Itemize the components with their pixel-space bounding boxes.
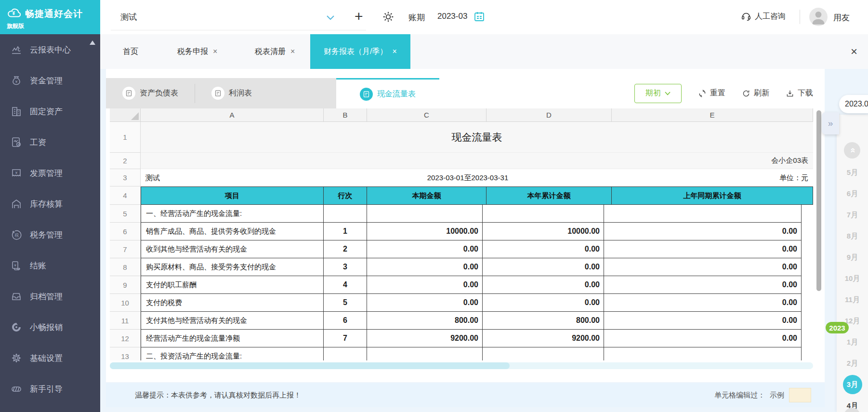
vertical-scrollbar-thumb[interactable] [816, 110, 821, 291]
month-item[interactable]: 2月 [837, 353, 868, 374]
ytd-amount-cell[interactable]: 0.00 [483, 294, 604, 312]
column-header[interactable]: B [324, 108, 367, 122]
month-item[interactable]: 11月 [837, 289, 868, 310]
sidebar-item[interactable]: 小畅报销 [0, 312, 100, 343]
header-current-amount[interactable]: 本期金额 [367, 187, 487, 205]
avatar[interactable] [809, 8, 828, 26]
current-amount-cell[interactable]: 800.00 [367, 312, 483, 330]
sidebar-item[interactable]: 库存核算 [0, 188, 100, 219]
row-number[interactable]: 5 [110, 205, 141, 223]
select-all-corner[interactable] [110, 108, 141, 122]
ytd-amount-cell[interactable] [483, 347, 604, 360]
sheet-horizontal-scrollbar[interactable] [110, 362, 813, 369]
sidebar-item[interactable]: 基础设置 [0, 343, 100, 373]
row-number[interactable]: 11 [110, 312, 141, 330]
item-cell[interactable]: 支付的职工薪酬 [141, 276, 324, 294]
opening-balance-button[interactable]: 期初 [634, 84, 682, 103]
live-support-button[interactable]: 人工咨询 [741, 11, 786, 22]
column-header[interactable]: C [367, 108, 487, 122]
current-amount-cell[interactable]: 0.00 [367, 276, 483, 294]
row-number[interactable]: 12 [110, 330, 141, 347]
line-cell[interactable]: 7 [324, 330, 367, 347]
item-cell[interactable]: 二、投资活动产生的现金流量: [141, 347, 324, 360]
line-cell[interactable]: 3 [324, 258, 367, 276]
line-cell[interactable]: 5 [324, 294, 367, 312]
sidebar-item[interactable]: 归档管理 [0, 281, 100, 312]
line-cell[interactable]: 4 [324, 276, 367, 294]
company-cell[interactable]: 测试 [141, 173, 324, 183]
month-scroll-up-button[interactable]: » [844, 142, 860, 159]
month-item[interactable]: 3月 [837, 374, 868, 395]
item-cell[interactable]: 经营活动产生的现金流量净额 [141, 330, 324, 347]
refresh-button[interactable]: 刷新 [742, 88, 769, 98]
header-ytd-amount[interactable]: 本年累计金额 [487, 187, 612, 205]
sheet-vertical-scrollbar[interactable] [816, 108, 822, 359]
prior-amount-cell[interactable] [604, 205, 802, 223]
row-number[interactable]: 13 [110, 347, 141, 360]
gear-icon[interactable] [382, 11, 395, 23]
reset-button[interactable]: 重置 [698, 88, 725, 98]
sidebar-item[interactable]: ¥ 结账 [0, 250, 100, 281]
download-button[interactable]: 下载 [786, 88, 813, 98]
header-line[interactable]: 行次 [324, 187, 367, 205]
header-item[interactable]: 项目 [141, 187, 324, 205]
month-item[interactable]: 7月 [837, 204, 868, 226]
prior-amount-cell[interactable] [604, 347, 802, 360]
username[interactable]: 用友 [833, 12, 850, 23]
item-cell[interactable]: 收到其他与经营活动有关的现金 [141, 240, 324, 258]
month-item[interactable]: 5月 [837, 162, 868, 183]
month-item[interactable]: 10月 [837, 268, 868, 289]
column-header[interactable]: D [487, 108, 612, 122]
ytd-amount-cell[interactable]: 800.00 [483, 312, 604, 330]
current-amount-cell[interactable]: 0.00 [367, 240, 483, 258]
tab-tax-filing[interactable]: 税务申报 × [177, 34, 217, 69]
row-number[interactable]: 6 [110, 223, 141, 240]
column-header[interactable]: A [141, 108, 324, 122]
item-cell[interactable]: 支付其他与经营活动有关的现金 [141, 312, 324, 330]
close-tab-icon[interactable]: × [213, 47, 217, 56]
current-amount-cell[interactable] [367, 205, 483, 223]
chevron-down-icon[interactable] [327, 13, 334, 22]
current-amount-cell[interactable]: 9200.00 [367, 330, 483, 347]
ytd-amount-cell[interactable] [483, 205, 604, 223]
month-item[interactable]: 1月 [837, 332, 868, 353]
calendar-icon[interactable] [473, 11, 485, 22]
prior-amount-cell[interactable]: 0.00 [604, 330, 802, 347]
line-cell[interactable]: 2 [324, 240, 367, 258]
month-item[interactable]: 9月 [837, 247, 868, 268]
tab-financial-reports[interactable]: 财务报表（月/季） × [310, 34, 410, 69]
ytd-amount-cell[interactable]: 0.00 [483, 240, 604, 258]
sheet-title-cell[interactable]: 现金流量表 [141, 122, 813, 153]
close-icon[interactable]: × [851, 45, 857, 58]
horizontal-scrollbar-thumb[interactable] [110, 362, 510, 369]
month-item[interactable]: 8月 [837, 226, 868, 247]
prior-amount-cell[interactable]: 0.00 [604, 240, 802, 258]
column-header[interactable]: E [612, 108, 813, 122]
row-number[interactable]: 2 [110, 153, 141, 169]
current-amount-cell[interactable]: 10000.00 [367, 223, 483, 240]
prior-amount-cell[interactable]: 0.00 [604, 312, 802, 330]
unit-cell[interactable]: 单位：元 [612, 173, 813, 183]
row-number[interactable]: 9 [110, 276, 141, 294]
line-cell[interactable] [324, 205, 367, 223]
item-cell[interactable]: 支付的税费 [141, 294, 324, 312]
item-cell[interactable]: 销售产成品、商品、提供劳务收到的现金 [141, 223, 324, 240]
company-selector[interactable]: 测试 [120, 12, 137, 23]
subtab-income-statement[interactable]: 利润表 [195, 84, 268, 103]
sidebar-item[interactable]: 固定资产 [0, 96, 100, 127]
prior-amount-cell[interactable]: 0.00 [604, 258, 802, 276]
ytd-amount-cell[interactable]: 0.00 [483, 258, 604, 276]
close-tab-icon[interactable]: × [392, 47, 396, 56]
row-number[interactable]: 7 [110, 240, 141, 258]
ytd-amount-cell[interactable]: 10000.00 [483, 223, 604, 240]
sidebar-item[interactable]: ¥ 发票管理 [0, 158, 100, 188]
prior-amount-cell[interactable]: 0.00 [604, 294, 802, 312]
line-cell[interactable] [324, 347, 367, 360]
period-cell[interactable]: 2023-03-01至2023-03-31 [324, 173, 612, 183]
sidebar-item[interactable]: 税 税务管理 [0, 219, 100, 250]
subtab-cash-flow-statement[interactable]: 现金流量表 [336, 78, 439, 108]
row-number[interactable]: 1 [110, 122, 141, 153]
line-cell[interactable]: 1 [324, 223, 367, 240]
sidebar-item[interactable]: ¥ 资金管理 [0, 65, 100, 96]
row-number[interactable]: 4 [110, 186, 141, 205]
